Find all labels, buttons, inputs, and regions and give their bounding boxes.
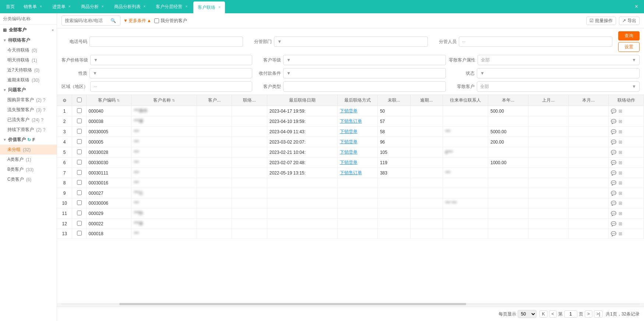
reset-button[interactable]: 设置	[618, 42, 640, 52]
sidebar-item-class-b[interactable]: B类客户 (33)	[0, 165, 57, 174]
last-method-link-5[interactable]: 下销货单	[340, 149, 358, 155]
row-last-method-2[interactable]: 下销售订单	[337, 116, 377, 127]
tab-purchase-order[interactable]: 进货单 ×	[48, 0, 75, 13]
type-column-header[interactable]: 客户...	[197, 95, 232, 106]
grid-action-icon-9[interactable]: ⊞	[619, 191, 622, 196]
prev-page-button[interactable]: <	[549, 310, 557, 318]
my-customers-checkbox-area[interactable]: 我分管的客户	[154, 18, 187, 24]
customer-level-select[interactable]: ▼	[283, 55, 446, 65]
last-method-link-6[interactable]: 下销货单	[340, 160, 358, 165]
sidebar-item-hoarding-anomaly[interactable]: 囤购异常客户 (2) ?	[0, 95, 57, 105]
code-column-header[interactable]: 客户编码 ⇅	[86, 95, 131, 106]
row-last-method-3[interactable]: 下销货单	[337, 127, 377, 137]
row-last-method-5[interactable]: 下销货单	[337, 147, 377, 158]
row-check-2[interactable]	[72, 116, 86, 127]
row-check-11[interactable]	[72, 208, 86, 219]
close-purchase-order-icon[interactable]: ×	[68, 0, 71, 13]
last-method-link-2[interactable]: 下销售订单	[340, 119, 362, 124]
close-product-analysis-icon[interactable]: ×	[102, 0, 104, 13]
row-check-1[interactable]	[72, 106, 86, 116]
last-method-column-header[interactable]: 最后联络方式	[337, 95, 377, 106]
contact-column-header[interactable]: 联络...	[232, 95, 267, 106]
row-check-12[interactable]	[72, 219, 86, 229]
sidebar-item-declining[interactable]: 持续下滑客户 (2) ?	[0, 125, 57, 135]
grid-action-icon-5[interactable]: ⊞	[619, 150, 622, 155]
row-check-8[interactable]	[72, 178, 86, 188]
not-contact-column-header[interactable]: 未联...	[377, 95, 410, 106]
sidebar-value-customers-header[interactable]: ▼ 价值客户 ↻ F	[0, 135, 57, 145]
phone-input[interactable]	[89, 36, 243, 47]
close-customer-seg-icon[interactable]: ×	[185, 0, 187, 13]
grid-action-icon-13[interactable]: ⊞	[619, 231, 622, 236]
sidebar-item-7days-pending[interactable]: 近7天待联络 (0)	[0, 65, 57, 75]
comment-icon-8[interactable]: 💬	[611, 180, 616, 186]
tab-product-analysis-list[interactable]: 商品分析列表 ×	[110, 0, 150, 13]
batch-operations-button[interactable]: ☑ 批量操作	[586, 17, 616, 25]
row-last-method-7[interactable]: 下销售订单	[337, 168, 377, 178]
per-page-select[interactable]: 50 20 100	[518, 310, 536, 318]
last-method-link-7[interactable]: 下销售订单	[340, 170, 362, 175]
tab-product-analysis[interactable]: 商品分析 ×	[77, 0, 108, 13]
sidebar-item-ungrouped[interactable]: 未分组 (32)	[0, 145, 57, 155]
comment-icon-9[interactable]: 💬	[611, 191, 616, 196]
nature-select[interactable]: ▼	[89, 68, 252, 78]
comment-icon-11[interactable]: 💬	[611, 211, 616, 216]
status-select[interactable]: ▼	[477, 68, 640, 78]
close-sales-order-icon[interactable]: ×	[40, 0, 42, 13]
grid-action-icon-11[interactable]: ⊞	[619, 211, 622, 216]
grid-action-icon-7[interactable]: ⊞	[619, 170, 622, 176]
row-check-4[interactable]	[72, 137, 86, 147]
last-date-column-header[interactable]: 最后联络日期	[267, 95, 337, 106]
export-button[interactable]: ↗ 导出	[619, 17, 640, 25]
last-page-button[interactable]: >|	[594, 310, 603, 318]
row-check-6[interactable]	[72, 158, 86, 168]
sidebar-item-class-a[interactable]: A类客户 (1)	[0, 155, 57, 165]
row-check-10[interactable]	[72, 198, 86, 208]
sidebar-item-churn-warning[interactable]: 流失预警客户 (3) ?	[0, 105, 57, 115]
row-check-9[interactable]	[72, 188, 86, 198]
last-method-link-3[interactable]: 下销货单	[340, 129, 358, 134]
unit-contact-column-header[interactable]: 往来单位联系人	[443, 95, 488, 106]
row-last-method-1[interactable]: 下销货单	[337, 106, 377, 116]
overdue-column-header[interactable]: 逾期...	[410, 95, 443, 106]
my-customers-checkbox[interactable]	[154, 18, 159, 23]
tab-customer-segmentation[interactable]: 客户分层经营 ×	[151, 0, 192, 13]
page-number-input[interactable]	[564, 310, 577, 318]
grid-action-icon-2[interactable]: ⊞	[619, 119, 622, 124]
last-month-column-header[interactable]: 上月...	[528, 95, 569, 106]
sidebar-item-overdue-contact[interactable]: 逾期未联络 (30)	[0, 75, 57, 85]
customer-type-input[interactable]	[283, 81, 446, 92]
comment-icon-2[interactable]: 💬	[611, 119, 616, 124]
refresh-icon[interactable]: ↻	[27, 137, 31, 142]
close-window-button[interactable]: ×	[632, 3, 641, 10]
this-month-column-header[interactable]: 本月...	[569, 95, 609, 106]
sidebar-item-class-c[interactable]: C类客户 (6)	[0, 174, 57, 184]
payment-select[interactable]: ▼	[283, 68, 446, 78]
price-level-select[interactable]: ▼	[90, 55, 252, 65]
comment-icon-5[interactable]: 💬	[611, 150, 616, 155]
row-check-13[interactable]	[72, 229, 86, 239]
row-check-7[interactable]	[72, 168, 86, 178]
row-check-5[interactable]	[72, 147, 86, 158]
sidebar-item-tomorrow-pending[interactable]: 明天待联络 (1)	[0, 55, 57, 65]
check-all-checkbox[interactable]	[77, 98, 82, 102]
sidebar-all-customers[interactable]: ⊞ 全部客户 «	[0, 25, 57, 35]
department-select[interactable]: ▼	[274, 36, 427, 47]
comment-icon-3[interactable]: 💬	[611, 129, 616, 134]
next-page-button[interactable]: >	[585, 310, 592, 318]
sidebar-item-churned[interactable]: 已流失客户 (24) ?	[0, 115, 57, 125]
collapse-sidebar-icon[interactable]: «	[52, 28, 54, 32]
sidebar-item-today-pending[interactable]: 今天待联络 (0)	[0, 45, 57, 55]
comment-icon-12[interactable]: 💬	[611, 221, 616, 226]
sidebar-problem-customers-header[interactable]: ▼ 问题客户	[0, 85, 57, 95]
first-page-button[interactable]: K	[539, 310, 548, 318]
grid-action-icon-1[interactable]: ⊞	[619, 109, 622, 114]
this-year-column-header[interactable]: 本年...	[488, 95, 528, 106]
comment-icon-10[interactable]: 💬	[611, 201, 616, 206]
grid-action-icon-8[interactable]: ⊞	[619, 180, 622, 186]
main-search-icon[interactable]: 🔍	[110, 18, 116, 23]
row-check-3[interactable]	[72, 127, 86, 137]
scrollbar-thumb[interactable]	[119, 303, 466, 305]
tab-customer-contact[interactable]: 客户联络 ×	[193, 1, 225, 13]
grid-action-icon-3[interactable]: ⊞	[619, 129, 622, 134]
